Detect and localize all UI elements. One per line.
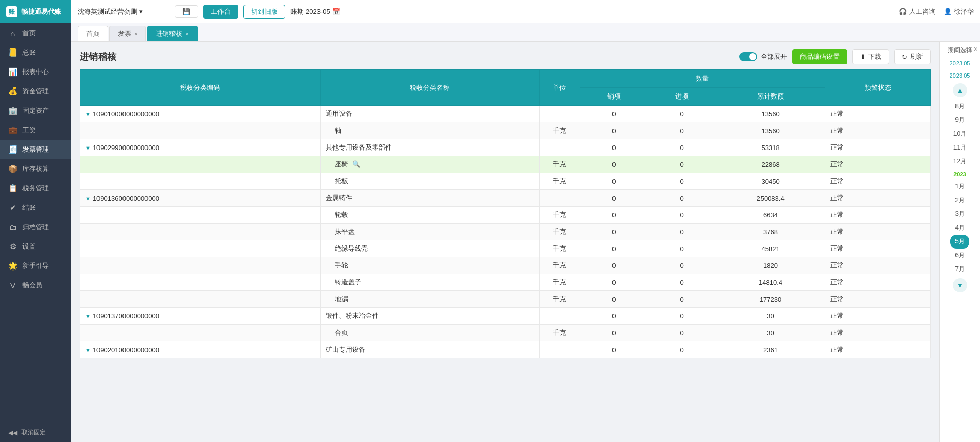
month-item-10月[interactable]: 10月 <box>950 127 969 141</box>
sidebar-item-inventory[interactable]: 📦库存核算 <box>0 159 71 179</box>
unpin-button[interactable]: ◀◀ 取消固定 <box>0 423 71 442</box>
cell-code <box>80 156 321 173</box>
sidebar-item-ledger[interactable]: 📒总账 <box>0 43 71 62</box>
period-item-2023-05b[interactable]: 2023.05 <box>942 70 978 81</box>
sidebar-item-funds[interactable]: 💰资金管理 <box>0 82 71 101</box>
month-item-3月[interactable]: 3月 <box>950 207 969 221</box>
tab-invoice[interactable]: 发票 × <box>109 26 146 41</box>
sidebar-label-member: 畅会员 <box>22 281 42 290</box>
cell-purchase: 0 <box>648 207 716 224</box>
cell-sales: 0 <box>580 207 648 224</box>
period-display: 账期 2023-05 📅 <box>290 7 340 16</box>
help-label: 人工咨询 <box>909 7 936 16</box>
reconcile-table: 税收分类编码 税收分类名称 单位 数量 预警状态 销项 进项 累计数额 <box>80 69 931 358</box>
cell-code <box>80 325 321 341</box>
unpin-icon: ◀◀ <box>8 429 17 436</box>
app-logo: 账 畅捷通易代账 <box>0 0 71 23</box>
cell-name: 通用设备 <box>321 106 539 122</box>
cell-sales: 0 <box>580 139 648 156</box>
refresh-icon: ↻ <box>902 53 908 61</box>
sidebar-item-home[interactable]: ⌂首页 <box>0 23 71 43</box>
cell-status: 正常 <box>825 173 930 190</box>
save-button[interactable]: 💾 <box>175 5 198 18</box>
sidebar-item-archive[interactable]: 🗂归档管理 <box>0 217 71 237</box>
reconcile-tab-label: 进销稽核 <box>156 29 182 38</box>
sidebar-icon-settlement: ✔ <box>8 203 17 212</box>
cell-status: 正常 <box>825 224 930 240</box>
cell-status: 正常 <box>825 257 930 274</box>
close-panel-button[interactable]: × <box>974 45 978 53</box>
sidebar-label-archive: 归档管理 <box>22 223 49 232</box>
sidebar-item-member[interactable]: V畅会员 <box>0 276 71 295</box>
sidebar-icon-invoice: 🧾 <box>8 145 17 154</box>
month-item-12月[interactable]: 12月 <box>950 155 969 168</box>
page-title: 进销稽核 <box>80 51 116 63</box>
sidebar-icon-archive: 🗂 <box>8 223 17 232</box>
month-item-5月[interactable]: 5月 <box>950 235 969 249</box>
calendar-icon[interactable]: 📅 <box>332 8 340 15</box>
sidebar-item-assets[interactable]: 🏢固定资产 <box>0 101 71 120</box>
download-button[interactable]: ⬇ 下载 <box>852 49 889 64</box>
user-menu[interactable]: 👤 徐泽华 <box>944 7 974 16</box>
cell-unit: 千克 <box>539 240 580 257</box>
expand-toggle[interactable]: 全部展开 <box>739 52 787 61</box>
refresh-button[interactable]: ↻ 刷新 <box>894 49 931 64</box>
sidebar-item-guide[interactable]: 🌟新手引导 <box>0 256 71 276</box>
sidebar-item-settlement[interactable]: ✔结账 <box>0 198 71 217</box>
table-row: 合页 千克 0 0 30 正常 <box>80 325 931 341</box>
expand-toggle-switch[interactable] <box>739 52 757 61</box>
cell-purchase: 0 <box>648 341 716 358</box>
cell-unit: 千克 <box>539 325 580 341</box>
sidebar-item-reports[interactable]: 📊报表中心 <box>0 62 71 82</box>
search-icon[interactable]: 🔍 <box>352 160 360 168</box>
page-header-actions: 全部展开 商品编码设置 ⬇ 下载 ↻ 刷新 <box>739 49 931 64</box>
cell-purchase: 0 <box>648 106 716 122</box>
cell-name: 轮毂 <box>321 207 539 224</box>
sidebar-label-assets: 固定资产 <box>22 106 49 115</box>
reconcile-tab-close[interactable]: × <box>185 31 188 37</box>
invoice-tab-close[interactable]: × <box>134 31 137 37</box>
cell-sales: 0 <box>580 156 648 173</box>
table-row: 轴 千克 0 0 13560 正常 <box>80 122 931 139</box>
sidebar-item-tax[interactable]: 📋税务管理 <box>0 179 71 198</box>
month-item-6月[interactable]: 6月 <box>950 249 969 262</box>
tab-reconcile[interactable]: 进销稽核 × <box>147 26 197 41</box>
month-item-11月[interactable]: 11月 <box>950 141 969 155</box>
sidebar-item-salary[interactable]: 💼工资 <box>0 120 71 140</box>
help-button[interactable]: 🎧 人工咨询 <box>899 7 936 16</box>
cell-status: 正常 <box>825 122 930 139</box>
cell-purchase: 0 <box>648 173 716 190</box>
month-item-2月[interactable]: 2月 <box>950 193 969 207</box>
switch-version-button[interactable]: 切到旧版 <box>243 5 285 19</box>
scroll-up-button[interactable]: ▲ <box>953 83 967 97</box>
table-row: ▼109013700000000000 锻件、粉末冶金件 0 0 30 正常 <box>80 308 931 325</box>
expand-panel-button[interactable]: ⤢ <box>963 45 969 53</box>
cell-sales: 0 <box>580 274 648 291</box>
sidebar-icon-guide: 🌟 <box>8 261 17 271</box>
period-value: 2023-05 <box>306 8 330 15</box>
company-selector[interactable]: 沈海英测试经营勿删 ▾ <box>78 7 169 16</box>
tab-home[interactable]: 首页 <box>78 26 108 41</box>
cell-total: 14810.4 <box>716 274 825 291</box>
month-item-9月[interactable]: 9月 <box>950 113 969 127</box>
sidebar-item-settings[interactable]: ⚙设置 <box>0 237 71 256</box>
sidebar-label-settlement: 结账 <box>22 203 36 212</box>
cell-total: 13560 <box>716 122 825 139</box>
scroll-down-button[interactable]: ▼ <box>953 278 967 292</box>
cell-purchase: 0 <box>648 325 716 341</box>
month-item-7月[interactable]: 7月 <box>950 262 969 276</box>
month-item-8月[interactable]: 8月 <box>950 100 969 113</box>
period-item-2023-05a[interactable]: 2023.05 <box>942 58 978 69</box>
month-item-4月[interactable]: 4月 <box>950 221 969 235</box>
invoice-tab-label: 发票 <box>118 29 131 38</box>
headset-icon: 🎧 <box>899 8 907 15</box>
sidebar-label-invoice: 发票管理 <box>22 145 49 154</box>
table-row: 手轮 千克 0 0 1820 正常 <box>80 257 931 274</box>
sidebar-label-guide: 新手引导 <box>22 261 49 271</box>
cell-total: 30450 <box>716 173 825 190</box>
month-item-1月[interactable]: 1月 <box>950 180 969 193</box>
sidebar-item-invoice[interactable]: 🧾发票管理 <box>0 140 71 159</box>
product-code-button[interactable]: 商品编码设置 <box>792 49 847 64</box>
cell-purchase: 0 <box>648 257 716 274</box>
workspace-button[interactable]: 工作台 <box>203 5 238 19</box>
